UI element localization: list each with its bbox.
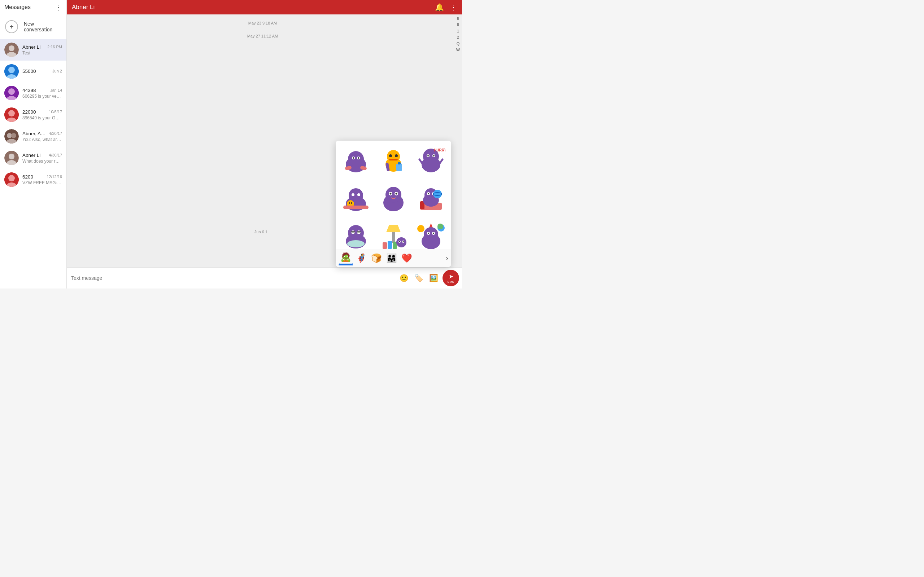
conv-item-55000[interactable]: 55000 Jun 2 [0, 61, 66, 82]
conv-info: Abner, Abner 4/30/17 You: Also, what are… [23, 131, 62, 142]
conv-info: 44398 Jan 14 606295 is your verification… [23, 88, 62, 99]
conv-time: Jun 2 [52, 69, 62, 73]
svg-rect-43 [396, 164, 402, 171]
sticker-9[interactable] [412, 217, 450, 249]
date-divider-1: May 23 9:18 AM [74, 21, 451, 25]
conversation-list: Abner Li 2:16 PM Test 55000 Jun 2 [0, 39, 66, 288]
sticker-tab-3[interactable]: 👨‍👩‍👧 [385, 252, 399, 265]
conv-time: 4/30/17 [49, 153, 62, 157]
conv-info: 6200 12/12/16 VZW FREE MSG: Don't lose y… [23, 174, 62, 185]
conv-item-44398[interactable]: 44398 Jan 14 606295 is your verification… [0, 82, 66, 104]
svg-point-13 [7, 133, 12, 138]
conv-item-22000[interactable]: 22000 10/6/17 896549 is your Google Voic… [0, 104, 66, 126]
svg-point-96 [417, 225, 425, 232]
sticker-tab-0[interactable]: 🧟 [339, 251, 353, 264]
svg-point-37 [387, 150, 400, 163]
sticker-tab-1[interactable]: 🦸 [354, 252, 368, 265]
svg-marker-86 [386, 225, 401, 232]
image-icon[interactable]: 🖼️ [428, 272, 439, 284]
svg-point-49 [427, 155, 429, 156]
svg-rect-61 [343, 206, 368, 209]
sticker-1[interactable] [337, 142, 375, 180]
conv-name: Abner, Abner [23, 131, 47, 136]
sticker-tab-4[interactable]: ❤️ [400, 252, 414, 265]
svg-point-67 [396, 193, 397, 195]
new-conversation-button[interactable]: + New conversation [0, 15, 66, 39]
send-button[interactable]: ➤ SMS [443, 270, 459, 286]
svg-point-59 [349, 202, 350, 204]
svg-point-84 [347, 240, 365, 247]
sticker-tabs: 🧟 🦸 🍞 👨‍👩‍👧 ❤️ › [336, 249, 451, 267]
alpha-index: 8 9 1 2 Q W [454, 15, 462, 54]
alpha-W[interactable]: W [455, 47, 461, 53]
message-input[interactable] [69, 272, 395, 284]
svg-rect-88 [388, 241, 392, 249]
conv-time: 12/12/16 [47, 174, 62, 179]
conv-item-abner-abner[interactable]: Abner, Abner 4/30/17 You: Also, what are… [0, 126, 66, 147]
emoji-icon[interactable]: 🙂 [398, 272, 410, 284]
conv-name: 6200 [23, 174, 33, 180]
svg-point-32 [353, 157, 354, 159]
svg-point-60 [351, 202, 352, 204]
sticker-7[interactable] [337, 217, 375, 249]
svg-point-66 [390, 193, 392, 195]
sticker-2[interactable] [375, 142, 412, 180]
alpha-9[interactable]: 9 [455, 22, 461, 27]
conv-item-6200[interactable]: 6200 12/12/16 VZW FREE MSG: Don't lose y… [0, 169, 66, 190]
svg-point-90 [396, 237, 406, 247]
avatar [4, 64, 19, 79]
conv-name: Abner Li [23, 153, 40, 158]
alpha-1[interactable]: 1 [455, 29, 461, 34]
sticker-tab-2[interactable]: 🍞 [370, 252, 383, 265]
sidebar-more-icon[interactable]: ⋮ [55, 3, 62, 11]
conv-time: 10/6/17 [49, 110, 62, 114]
svg-point-93 [399, 241, 400, 242]
svg-point-39 [395, 154, 398, 157]
svg-point-57 [357, 193, 360, 196]
conv-preview: 896549 is your Google Voice ... [23, 115, 62, 121]
svg-point-33 [358, 157, 359, 159]
alpha-2[interactable]: 2 [455, 35, 461, 40]
sidebar-header: Messages ⋮ [0, 0, 66, 15]
svg-point-38 [389, 154, 392, 157]
svg-point-10 [8, 110, 15, 116]
conv-name: 55000 [23, 69, 36, 74]
conv-item-abner-li-1[interactable]: Abner Li 2:16 PM Test [0, 39, 66, 61]
conv-preview: 606295 is your verification co... [23, 94, 62, 99]
sticker-tab-next-icon[interactable]: › [446, 254, 448, 262]
svg-point-76 [433, 190, 442, 198]
chat-bottom: 🙂 🏷️ 🖼️ ➤ SMS [67, 267, 462, 288]
conv-time: 4/30/17 [49, 131, 62, 135]
conv-item-abner-li-2[interactable]: Abner Li 4/30/17 What does your room loo… [0, 147, 66, 169]
svg-point-14 [11, 133, 16, 138]
svg-point-29 [348, 151, 364, 167]
svg-point-98 [438, 224, 443, 229]
svg-rect-85 [392, 232, 395, 243]
svg-rect-44 [398, 162, 401, 164]
sticker-6[interactable] [412, 180, 450, 217]
header-more-icon[interactable]: ⋮ [450, 3, 457, 11]
svg-point-1 [9, 45, 15, 51]
conv-info: Abner Li 4/30/17 What does your room loo… [23, 153, 62, 164]
alpha-8[interactable]: 8 [455, 16, 461, 21]
avatar [4, 172, 19, 187]
sticker-4[interactable] [337, 180, 375, 217]
notifications-icon[interactable]: 🔔 [435, 3, 444, 11]
send-arrow-icon: ➤ [449, 273, 453, 280]
svg-point-4 [8, 67, 15, 73]
conv-name: 22000 [23, 109, 36, 115]
sticker-5[interactable] [375, 180, 412, 217]
app-title: Messages [4, 4, 31, 10]
sticker-8[interactable] [375, 217, 412, 249]
sticker-icon[interactable]: 🏷️ [413, 272, 425, 284]
avatar [4, 43, 19, 57]
new-conversation-label: New conversation [24, 21, 61, 32]
conv-info: 22000 10/6/17 896549 is your Google Voic… [23, 109, 62, 121]
conv-preview: What does your room look like? [23, 159, 62, 164]
alpha-Q[interactable]: Q [455, 41, 461, 47]
sticker-3[interactable]: HURRY! [412, 142, 450, 180]
conv-preview: Test [23, 50, 62, 56]
conv-preview: You: Also, what are hangers? ... [23, 137, 62, 142]
svg-point-50 [433, 155, 435, 156]
chat-main: Abner Li 🔔 ⋮ 8 9 1 2 Q W May 23 9:18 AM … [67, 0, 462, 288]
